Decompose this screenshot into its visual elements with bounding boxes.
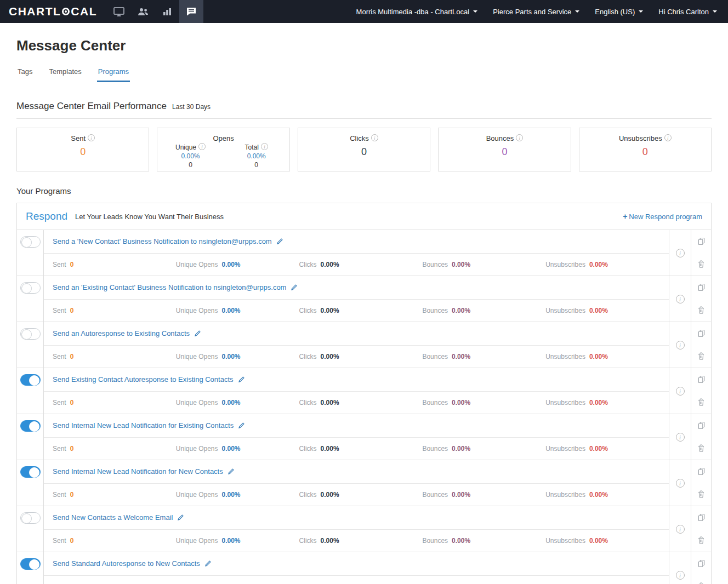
stat-unique-opens: Unique Opens0.00% <box>176 445 299 453</box>
business-menu[interactable]: Pierce Parts and Service <box>493 8 579 16</box>
toggle-switch[interactable] <box>20 558 41 570</box>
opens-total-count: 0 <box>224 161 289 169</box>
program-actions-cell <box>691 460 711 506</box>
info-icon[interactable]: i <box>261 143 268 150</box>
stat-clicks: Clicks0.00% <box>299 261 423 268</box>
info-icon[interactable]: i <box>676 433 685 442</box>
copy-icon[interactable] <box>691 230 711 253</box>
info-icon[interactable]: i <box>676 525 685 534</box>
program-stats-row: Sent0 Unique Opens0.00% Clicks0.00% Boun… <box>44 437 669 460</box>
stat-clicks: Clicks0.00% <box>299 399 423 406</box>
trash-icon[interactable] <box>691 253 711 276</box>
program-title-link[interactable]: Send an 'Existing Contact' Business Noti… <box>53 283 286 291</box>
toggle-switch[interactable] <box>20 328 41 340</box>
program-title-link[interactable]: Send an Autoresponse to Existing Contact… <box>53 329 190 337</box>
edit-pencil-icon[interactable] <box>238 376 245 383</box>
program-actions-cell <box>691 230 711 276</box>
program-title-link[interactable]: Send Standard Autoresponse to New Contac… <box>53 559 200 568</box>
brand-logo[interactable]: CHARTL CAL <box>0 5 107 18</box>
trash-icon[interactable] <box>691 483 711 506</box>
tabs: Tags Templates Programs <box>16 65 712 82</box>
trash-icon[interactable] <box>691 345 711 368</box>
respond-program-container: Respond Let Your Leads Know You Want The… <box>16 203 712 584</box>
stat-bounces: Bounces0.00% <box>422 537 545 545</box>
respond-header: Respond Let Your Leads Know You Want The… <box>17 203 711 230</box>
edit-pencil-icon[interactable] <box>291 284 298 291</box>
info-icon[interactable]: i <box>676 479 685 488</box>
program-row-main: Send Standard Autoresponse to New Contac… <box>44 552 669 584</box>
copy-icon[interactable] <box>691 552 711 575</box>
info-icon[interactable]: i <box>676 249 685 257</box>
copy-icon[interactable] <box>691 414 711 437</box>
trash-icon[interactable] <box>691 437 711 460</box>
program-title-link[interactable]: Send Internal New Lead Notification for … <box>53 421 234 430</box>
topbar-nav-icons <box>107 0 203 23</box>
program-toggle-cell <box>17 368 44 414</box>
info-icon[interactable]: i <box>676 295 685 304</box>
info-icon[interactable]: i <box>371 134 378 141</box>
bounces-card-value: 0 <box>439 146 570 158</box>
edit-pencil-icon[interactable] <box>228 468 235 475</box>
tab-templates[interactable]: Templates <box>48 65 82 82</box>
account-menu-label: Morris Multimedia -dba - ChartLocal <box>356 8 470 16</box>
info-icon[interactable]: i <box>676 387 685 396</box>
copy-icon[interactable] <box>691 506 711 529</box>
bar-chart-icon[interactable] <box>155 0 179 23</box>
tab-tags[interactable]: Tags <box>16 65 33 82</box>
toggle-switch[interactable] <box>20 236 41 248</box>
toggle-switch[interactable] <box>20 282 41 294</box>
stat-bounces: Bounces0.00% <box>422 353 545 360</box>
program-info-cell: i <box>669 552 691 584</box>
tab-programs[interactable]: Programs <box>97 65 130 82</box>
toggle-switch[interactable] <box>20 466 41 478</box>
stat-clicks: Clicks0.00% <box>299 307 423 314</box>
info-icon[interactable]: i <box>198 143 206 150</box>
toggle-switch[interactable] <box>20 374 41 386</box>
info-icon[interactable]: i <box>676 341 685 350</box>
program-actions-cell <box>691 368 711 414</box>
edit-pencil-icon[interactable] <box>194 330 201 337</box>
info-icon[interactable]: i <box>88 134 95 141</box>
copy-icon[interactable] <box>691 368 711 391</box>
toggle-switch[interactable] <box>20 420 41 432</box>
trash-icon[interactable] <box>691 529 711 552</box>
program-title-link[interactable]: Send Internal New Lead Notification for … <box>53 467 223 476</box>
toggle-switch[interactable] <box>20 512 41 524</box>
trash-icon[interactable] <box>691 299 711 322</box>
program-row: Send a 'New Contact' Business Notificati… <box>17 230 711 276</box>
users-icon[interactable] <box>131 0 155 23</box>
program-toggle-cell <box>17 552 44 584</box>
account-menu[interactable]: Morris Multimedia -dba - ChartLocal <box>356 8 478 16</box>
edit-pencil-icon[interactable] <box>238 422 245 429</box>
respond-group-name[interactable]: Respond <box>26 210 67 222</box>
opens-unique-label: Uniquei <box>157 143 223 151</box>
opens-card-label: Opens <box>157 134 289 142</box>
new-respond-program-button[interactable]: +New Respond program <box>623 212 702 221</box>
edit-pencil-icon[interactable] <box>276 238 283 245</box>
unsubscribes-card-label: Unsubscribesi <box>579 134 711 142</box>
info-icon[interactable]: i <box>516 134 523 141</box>
program-row: Send an 'Existing Contact' Business Noti… <box>17 276 711 322</box>
language-menu[interactable]: English (US) <box>595 8 643 16</box>
edit-pencil-icon[interactable] <box>177 514 184 521</box>
info-icon[interactable]: i <box>676 571 685 580</box>
desktop-icon[interactable] <box>107 0 131 23</box>
stat-unique-opens: Unique Opens0.00% <box>176 537 299 545</box>
plus-icon: + <box>623 212 627 221</box>
program-title-link[interactable]: Send a 'New Contact' Business Notificati… <box>53 237 272 245</box>
trash-icon[interactable] <box>691 391 711 414</box>
trash-icon[interactable] <box>691 575 711 584</box>
program-title-link[interactable]: Send New Contacts a Welcome Email <box>53 513 173 522</box>
stat-clicks: Clicks0.00% <box>299 445 423 453</box>
copy-icon[interactable] <box>691 460 711 483</box>
stat-bounces: Bounces0.00% <box>422 491 545 499</box>
program-stats-row: Sent0 Unique Opens0.00% Clicks0.00% Boun… <box>44 299 669 322</box>
info-icon[interactable]: i <box>664 134 672 141</box>
program-title-link[interactable]: Send Existing Contact Autoresponse to Ex… <box>53 375 234 383</box>
edit-pencil-icon[interactable] <box>204 560 212 567</box>
message-icon[interactable] <box>179 0 203 23</box>
topbar: CHARTL CAL Morris Multimedia -dba - Char… <box>0 0 728 23</box>
user-menu[interactable]: Hi Chris Carlton <box>658 8 717 16</box>
copy-icon[interactable] <box>691 276 711 299</box>
copy-icon[interactable] <box>691 322 711 345</box>
